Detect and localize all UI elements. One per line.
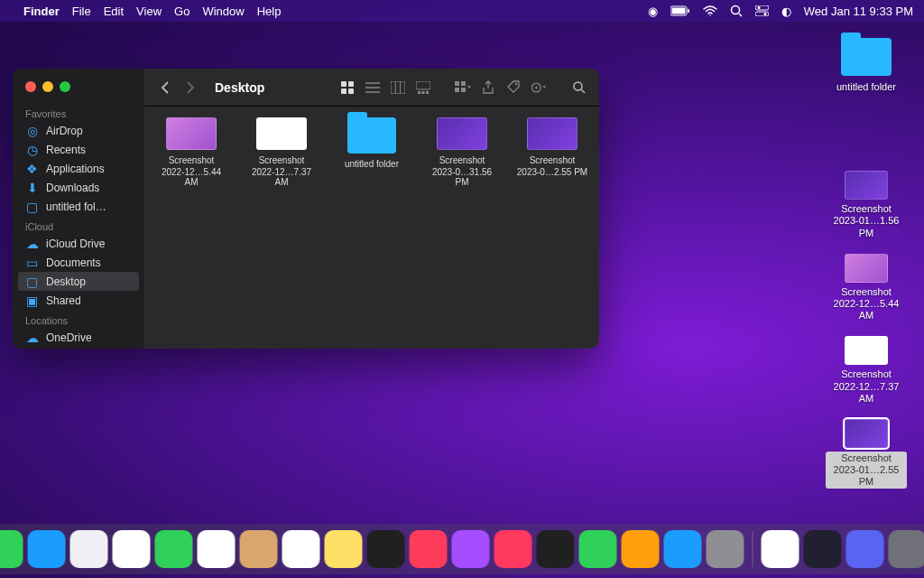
file-item[interactable]: Screenshot2022-12…7.37 AM (245, 117, 318, 187)
group-by-button[interactable] (455, 79, 471, 96)
dock-app-news[interactable] (494, 530, 532, 568)
back-button[interactable] (157, 79, 173, 96)
desktop-file[interactable]: Screenshot2023-01…2.55 PM (826, 419, 907, 489)
dock-app-photos[interactable] (113, 530, 151, 568)
clock[interactable]: Wed Jan 11 9:33 PM (804, 5, 913, 18)
finder-window: Favorites ◎AirDrop◷Recents❖Applications⬇… (13, 69, 599, 349)
action-button[interactable] (531, 79, 547, 96)
file-thumbnail (256, 117, 307, 150)
dock-app-other[interactable] (889, 530, 925, 568)
file-name: Screenshot2023-01…2.55 PM (826, 452, 907, 489)
sidebar-item-applications[interactable]: ❖Applications (13, 159, 144, 178)
menu-help[interactable]: Help (257, 5, 282, 18)
dock-app-facetime[interactable] (155, 530, 193, 568)
cloud-icon: ☁ (25, 331, 39, 344)
desktop-icons: untitled folderScreenshot2023-01…1.56 PM… (821, 38, 911, 489)
file-name: Screenshot (155, 155, 227, 167)
dock-app-mail[interactable] (28, 530, 66, 568)
menu-view[interactable]: View (136, 5, 162, 18)
file-item[interactable]: Screenshot2023-0…31.56 PM (426, 117, 498, 187)
file-grid[interactable]: Screenshot2022-12…5.44 AMScreenshot2022-… (144, 107, 599, 349)
dock-app-appstore[interactable] (664, 530, 702, 568)
file-name-sub: 2023-0…2.55 PM (516, 167, 588, 177)
sidebar-item-iclouddrive[interactable]: ☁iCloud Drive (13, 234, 144, 253)
sidebar-item-network[interactable]: ⊚Network (13, 347, 144, 349)
wifi-icon[interactable] (703, 5, 717, 16)
tags-button[interactable] (505, 79, 522, 96)
sidebar-item-label: Applications (46, 163, 105, 175)
file-name: untitled folder (826, 81, 907, 93)
svg-rect-10 (348, 81, 354, 87)
svg-rect-24 (461, 81, 466, 86)
menu-edit[interactable]: Edit (104, 5, 124, 18)
dock-app-messages[interactable] (0, 530, 23, 568)
screen-record-icon[interactable]: ◉ (648, 5, 658, 18)
sidebar-item-recents[interactable]: ◷Recents (13, 140, 144, 159)
view-columns-button[interactable] (390, 79, 406, 96)
dock-app-chrome[interactable] (762, 530, 799, 568)
file-item[interactable]: Screenshot2023-0…2.55 PM (516, 117, 588, 177)
sidebar-item-documents[interactable]: ▭Documents (13, 253, 144, 272)
dock-app-calendar[interactable] (198, 530, 236, 568)
dock-separator (753, 531, 753, 567)
svg-rect-20 (418, 91, 420, 94)
dock-app-stocks[interactable] (537, 530, 575, 568)
file-name-sub: 2023-0…31.56 PM (426, 167, 498, 187)
sidebar-item-desktop[interactable]: ▢Desktop (18, 272, 139, 291)
sidebar-item-label: Shared (46, 294, 81, 307)
control-center-icon[interactable] (755, 5, 769, 16)
file-name: Screenshot (516, 155, 588, 167)
view-list-button[interactable] (365, 79, 381, 96)
dock-app-numbers[interactable] (579, 530, 617, 568)
search-button[interactable] (570, 79, 587, 96)
dock-app-systemsettings[interactable] (707, 530, 744, 568)
dock-app-maps[interactable] (70, 530, 108, 568)
svg-point-27 (514, 83, 516, 85)
dock-app-pages[interactable] (622, 530, 660, 568)
dock-app-reminders[interactable] (282, 530, 320, 568)
file-thumbnail (845, 336, 888, 365)
view-icons-button[interactable] (339, 79, 356, 96)
siri-icon[interactable]: ◐ (781, 5, 791, 18)
battery-icon[interactable] (670, 5, 690, 16)
desktop-file[interactable]: Screenshot2023-01…1.56 PM (826, 171, 907, 239)
menu-window[interactable]: Window (202, 5, 244, 18)
file-item[interactable]: Screenshot2022-12…5.44 AM (155, 117, 227, 187)
sidebar-section-locations: Locations (13, 310, 144, 328)
dock-app-notes[interactable] (325, 530, 363, 568)
sidebar-item-untitledfol[interactable]: ▢untitled fol… (13, 197, 144, 216)
menu-file[interactable]: File (72, 5, 91, 18)
app-menu[interactable]: Finder (23, 5, 60, 18)
desktop-file[interactable]: Screenshot2022-12…7.37 AM (826, 336, 907, 405)
share-button[interactable] (480, 79, 496, 96)
dock-app-steam[interactable] (804, 530, 842, 568)
desktop-icon: ▢ (25, 275, 39, 288)
menu-go[interactable]: Go (174, 5, 189, 18)
airdrop-icon: ◎ (25, 124, 39, 137)
dock-app-podcasts[interactable] (452, 530, 490, 568)
sidebar-item-airdrop[interactable]: ◎AirDrop (13, 121, 144, 140)
svg-rect-26 (461, 88, 466, 92)
sidebar-item-shared[interactable]: ▣Shared (13, 291, 144, 310)
forward-button[interactable] (182, 79, 199, 96)
desktop-folder[interactable]: untitled folder (826, 38, 907, 93)
file-name: Screenshot2023-01…1.56 PM (826, 203, 907, 239)
file-name: Screenshot2022-12…5.44 AM (826, 286, 907, 322)
maximize-button[interactable] (60, 81, 70, 92)
clock-icon: ◷ (25, 143, 39, 156)
desktop-file[interactable]: Screenshot2022-12…5.44 AM (826, 254, 907, 322)
spotlight-icon[interactable] (730, 5, 743, 17)
minimize-button[interactable] (42, 81, 53, 92)
sidebar-item-onedrive[interactable]: ☁OneDrive (13, 328, 144, 347)
dock-app-contacts[interactable] (240, 530, 278, 568)
view-gallery-button[interactable] (415, 79, 431, 96)
dock-app-music[interactable] (410, 530, 448, 568)
dock-app-appletv[interactable] (367, 530, 405, 568)
file-name: Screenshot (426, 155, 498, 167)
close-button[interactable] (25, 81, 36, 92)
dock-app-discord[interactable] (846, 530, 884, 568)
sidebar-section-favorites: Favorites (13, 103, 144, 121)
sidebar-item-downloads[interactable]: ⬇Downloads (13, 178, 144, 197)
folder-item[interactable]: untitled folder (336, 117, 408, 171)
svg-rect-6 (755, 12, 769, 16)
